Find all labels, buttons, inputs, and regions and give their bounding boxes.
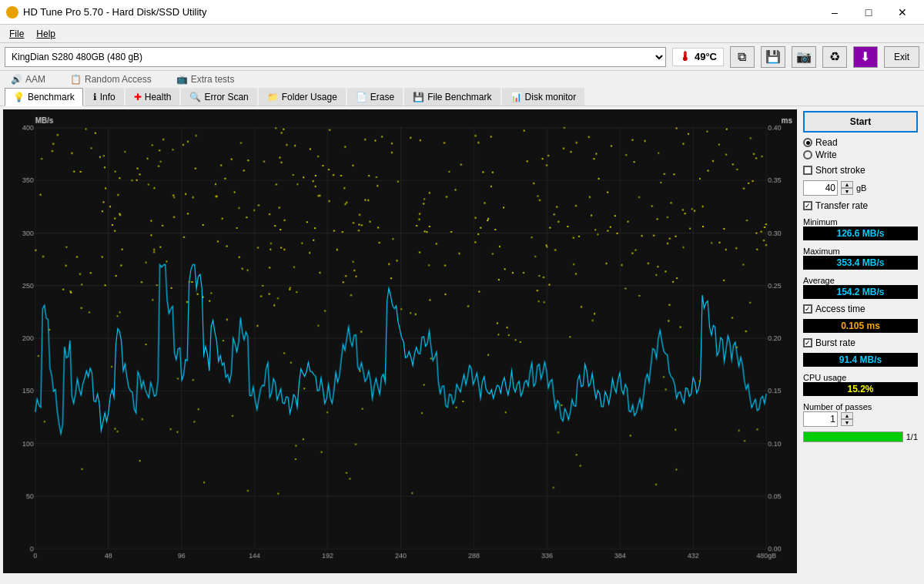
save-button[interactable]: 💾 [761, 46, 785, 68]
cpu-usage-section: CPU usage 15.2% [803, 371, 918, 396]
passes-input[interactable] [803, 411, 838, 427]
tab-benchmark[interactable]: 💡 Benchmark [5, 88, 83, 106]
tab-area: 🔊 AAM 📋 Random Access 📺 Extra tests 💡 Be… [0, 71, 924, 106]
burst-rate-checkbox[interactable]: ✓ [803, 338, 812, 347]
transfer-rate-checkbox[interactable]: ✓ [803, 201, 812, 210]
error-scan-icon: 🔍 [189, 92, 201, 102]
exit-button[interactable]: Exit [884, 46, 919, 68]
drive-selector[interactable]: KingDian S280 480GB (480 gB) [5, 47, 666, 67]
tab-folder-usage[interactable]: 📁 Folder Usage [259, 88, 346, 106]
write-radio-label[interactable]: Write [803, 149, 918, 160]
short-stroke-spinner: ▲ ▼ [841, 181, 853, 195]
minimum-label: Minimum [803, 217, 918, 227]
tab-erase[interactable]: 📄 Erase [347, 88, 403, 106]
read-label: Read [815, 137, 838, 148]
download-button[interactable]: ⬇ [853, 46, 878, 68]
right-panel: Start Read Write Short stroke ▲ ▼ gB [797, 106, 924, 576]
tab-aam[interactable]: 🔊 AAM [5, 72, 52, 86]
screenshot-button[interactable]: 📷 [792, 46, 816, 68]
temperature-icon: 🌡 [679, 50, 691, 64]
toolbar: KingDian S280 480GB (480 gB) 🌡 49°C ⧉ 💾 … [0, 43, 924, 71]
window-title: HD Tune Pro 5.70 - Hard Disk/SSD Utility [23, 6, 206, 18]
maximum-section: Maximum 353.4 MB/s [803, 245, 918, 270]
menu-file[interactable]: File [3, 27, 30, 41]
access-time-checkbox-label[interactable]: ✓ Access time [803, 304, 918, 314]
progress-text: 1/1 [906, 432, 918, 441]
burst-rate-value: 91.4 MB/s [803, 353, 918, 367]
progress-section: 1/1 [803, 431, 918, 442]
temperature-value: 49°C [695, 51, 717, 62]
benchmark-icon: 💡 [13, 92, 25, 102]
tab-file-benchmark[interactable]: 💾 File Benchmark [404, 88, 500, 106]
maximize-button[interactable]: □ [853, 2, 884, 23]
spin-up-button[interactable]: ▲ [841, 181, 853, 188]
passes-spin-down[interactable]: ▼ [841, 419, 853, 426]
average-section: Average 154.2 MB/s [803, 274, 918, 299]
progress-bar-fill [804, 432, 902, 441]
read-radio-label[interactable]: Read [803, 137, 918, 148]
health-icon: ✚ [134, 92, 142, 102]
passes-section: Number of passes ▲ ▼ [803, 401, 918, 427]
bottom-tabs: 💡 Benchmark ℹ Info ✚ Health 🔍 Error Scan… [0, 86, 924, 106]
short-stroke-input[interactable] [803, 180, 838, 196]
main-content: Start Read Write Short stroke ▲ ▼ gB [0, 106, 924, 576]
tab-random-access[interactable]: 📋 Random Access [64, 72, 158, 86]
spin-down-button[interactable]: ▼ [841, 188, 853, 195]
progress-bar-container [803, 431, 903, 442]
minimum-section: Minimum 126.6 MB/s [803, 216, 918, 240]
start-button[interactable]: Start [803, 111, 918, 133]
window-controls: – □ ✕ [819, 2, 918, 23]
access-time-checkbox[interactable]: ✓ [803, 304, 812, 314]
short-stroke-unit: gB [856, 183, 866, 193]
copy-button[interactable]: ⧉ [730, 46, 755, 68]
passes-spin-row: ▲ ▼ [803, 411, 918, 427]
short-stroke-label: Short stroke [815, 165, 865, 176]
short-stroke-checkbox-label[interactable]: Short stroke [803, 165, 918, 176]
short-stroke-spin-row: ▲ ▼ gB [803, 180, 918, 196]
disk-monitor-icon: 📊 [511, 92, 522, 102]
app-icon [6, 6, 18, 18]
refresh-button[interactable]: ♻ [822, 46, 847, 68]
passes-spin-up[interactable]: ▲ [841, 412, 853, 419]
tab-health[interactable]: ✚ Health [126, 88, 180, 106]
benchmark-chart [6, 112, 794, 570]
read-radio[interactable] [803, 138, 812, 147]
top-tabs: 🔊 AAM 📋 Random Access 📺 Extra tests [0, 71, 924, 86]
info-icon: ℹ [93, 92, 97, 102]
short-stroke-checkbox[interactable] [803, 166, 812, 175]
cpu-usage-label: CPU usage [803, 373, 918, 382]
random-access-icon: 📋 [70, 74, 82, 85]
cpu-usage-value: 15.2% [803, 382, 918, 396]
minimum-value: 126.6 MB/s [803, 227, 918, 240]
burst-rate-checkbox-label[interactable]: ✓ Burst rate [803, 337, 918, 348]
access-time-value: 0.105 ms [803, 319, 918, 333]
transfer-rate-checkbox-label[interactable]: ✓ Transfer rate [803, 200, 918, 211]
maximum-label: Maximum [803, 247, 918, 256]
read-write-group: Read Write [803, 137, 918, 160]
minimize-button[interactable]: – [819, 2, 850, 23]
tab-disk-monitor[interactable]: 📊 Disk monitor [502, 88, 585, 106]
write-label: Write [815, 149, 837, 160]
chart-area [3, 109, 797, 573]
menu-bar: File Help [0, 25, 924, 43]
average-value: 154.2 MB/s [803, 285, 918, 299]
average-label: Average [803, 276, 918, 285]
tab-error-scan[interactable]: 🔍 Error Scan [181, 88, 256, 106]
folder-usage-icon: 📁 [267, 92, 279, 102]
file-benchmark-icon: 💾 [413, 92, 424, 102]
title-bar: HD Tune Pro 5.70 - Hard Disk/SSD Utility… [0, 0, 924, 25]
extra-tests-icon: 📺 [176, 74, 188, 85]
passes-spinner: ▲ ▼ [841, 412, 853, 426]
menu-help[interactable]: Help [30, 27, 62, 41]
temperature-display: 🌡 49°C [672, 48, 724, 66]
access-time-label: Access time [815, 304, 865, 314]
aam-icon: 🔊 [11, 74, 22, 85]
transfer-rate-label: Transfer rate [815, 200, 868, 211]
burst-rate-label: Burst rate [815, 337, 855, 348]
passes-label: Number of passes [803, 402, 918, 411]
write-radio[interactable] [803, 150, 812, 159]
tab-info[interactable]: ℹ Info [85, 88, 124, 106]
close-button[interactable]: ✕ [887, 2, 918, 23]
erase-icon: 📄 [356, 92, 367, 102]
tab-extra-tests[interactable]: 📺 Extra tests [170, 72, 241, 86]
